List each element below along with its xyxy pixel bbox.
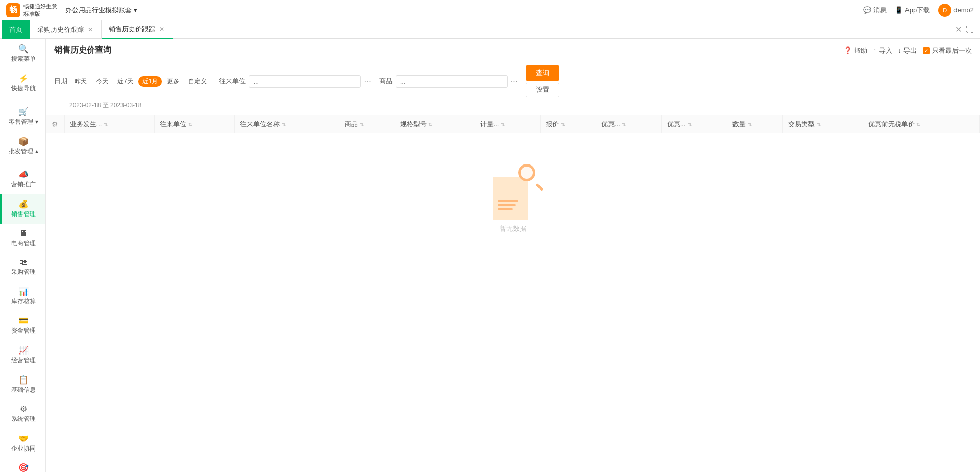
th-product[interactable]: 商品 ⇅	[339, 115, 395, 133]
empty-state: 暂无数据	[46, 133, 980, 264]
close-sales-tab[interactable]: ✕	[158, 25, 165, 34]
partner-select-icon[interactable]: ···	[364, 77, 371, 86]
logo-area: 畅 畅捷通好生意 标准版	[6, 3, 57, 17]
page-actions: ❓ 帮助 ↑ 导入 ↓ 导出 只看最后一次	[844, 46, 972, 55]
tab-sales[interactable]: 销售历史价跟踪 ✕	[102, 20, 173, 39]
avatar: D	[938, 4, 951, 17]
home-label: 首页	[9, 25, 22, 34]
sidebar-item-operation[interactable]: 📈 经营管理	[0, 340, 45, 370]
close-window-btn[interactable]: ✕	[955, 25, 962, 34]
date-opt-today[interactable]: 今天	[92, 76, 112, 87]
guide-icon: 🎯	[18, 463, 29, 472]
only-last-checkbox[interactable]: 只看最后一次	[923, 46, 972, 55]
app-download-btn[interactable]: 📱 App下载	[895, 6, 930, 15]
retail-icon: 🛒	[18, 107, 29, 116]
enterprise-icon: 🤝	[18, 434, 29, 443]
workspace-selector[interactable]: 办公用品行业模拟账套 ▾	[61, 4, 141, 17]
sidebar-item-quick[interactable]: ⚡ 快捷导航	[0, 68, 45, 98]
filter-row-1: 日期 昨天 今天 近7天 近1月 更多 自定义 往来单位 ··	[54, 65, 972, 97]
page-container: 销售历史价查询 ❓ 帮助 ↑ 导入 ↓ 导出	[46, 39, 980, 472]
th-trade-type[interactable]: 交易类型 ⇅	[783, 115, 863, 133]
sort-discount1-icon: ⇅	[622, 122, 626, 127]
search-icon: 🔍	[18, 44, 29, 54]
logo-icon: 畅	[6, 3, 20, 17]
purchase-icon: 🛍	[19, 257, 28, 267]
import-btn[interactable]: ↑ 导入	[873, 46, 892, 55]
th-discount2[interactable]: 优惠... ⇅	[662, 115, 727, 133]
sort-discount2-icon: ⇅	[688, 122, 692, 127]
user-area[interactable]: D demo2	[938, 4, 974, 17]
sidebar-item-basic[interactable]: 📋 基础信息	[0, 370, 45, 399]
table-settings-icon[interactable]: ⚙	[52, 120, 58, 128]
sidebar-item-marketing[interactable]: 📣 营销推广	[0, 164, 45, 194]
operation-icon: 📈	[18, 345, 29, 355]
sales-tab-label: 销售历史价跟踪	[109, 25, 155, 34]
close-purchase-tab[interactable]: ✕	[87, 25, 94, 34]
ecom-icon: 🖥	[19, 229, 28, 238]
date-opt-custom[interactable]: 自定义	[184, 76, 211, 87]
purchase-tab-label: 采购历史价跟踪	[37, 25, 84, 34]
marketing-icon: 📣	[18, 170, 29, 179]
page-header: 销售历史价查询 ❓ 帮助 ↑ 导入 ↓ 导出	[46, 39, 980, 60]
th-unit[interactable]: 计量... ⇅	[475, 115, 541, 133]
sidebar-item-retail[interactable]: 🛒 零售管理 ▾	[0, 102, 45, 131]
date-opt-more[interactable]: 更多	[163, 76, 183, 87]
help-btn[interactable]: ❓ 帮助	[844, 46, 867, 55]
sidebar-item-purchase[interactable]: 🛍 采购管理	[0, 252, 45, 281]
th-discount1[interactable]: 优惠... ⇅	[596, 115, 662, 133]
th-qty[interactable]: 数量 ⇅	[727, 115, 783, 133]
sidebar-item-sales-mgmt[interactable]: 💰 销售管理	[0, 194, 45, 224]
table-header-row: ⚙ 业务发生... ⇅ 往来单位 ⇅ 往来单位名称	[46, 115, 980, 133]
sort-partner-name-icon: ⇅	[282, 122, 286, 127]
export-btn[interactable]: ↓ 导出	[898, 46, 917, 55]
tabbar: 首页 采购历史价跟踪 ✕ 销售历史价跟踪 ✕ ✕ ⛶	[0, 20, 980, 39]
empty-text: 暂无数据	[500, 224, 526, 233]
sidebar-item-guide[interactable]: 🎯 新手引导	[0, 458, 45, 472]
topbar: 畅 畅捷通好生意 标准版 办公用品行业模拟账套 ▾ 💬 消息 📱 App下载 D…	[0, 0, 980, 20]
maximize-window-btn[interactable]: ⛶	[966, 25, 974, 34]
date-opt-last7[interactable]: 近7天	[113, 76, 137, 87]
th-partner-name[interactable]: 往来单位名称 ⇅	[235, 115, 339, 133]
date-options: 昨天 今天 近7天 近1月 更多 自定义	[70, 76, 211, 87]
th-spec[interactable]: 规格型号 ⇅	[395, 115, 475, 133]
content-area: 销售历史价查询 ❓ 帮助 ↑ 导入 ↓ 导出	[46, 39, 980, 472]
system-icon: ⚙	[20, 404, 27, 414]
message-icon: 💬	[863, 6, 871, 14]
sort-spec-icon: ⇅	[428, 122, 432, 127]
date-opt-yesterday[interactable]: 昨天	[70, 76, 91, 87]
message-btn[interactable]: 💬 消息	[863, 6, 887, 15]
th-partner-code[interactable]: 往来单位 ⇅	[155, 115, 235, 133]
sidebar-item-finance[interactable]: 💳 资金管理	[0, 311, 45, 340]
th-quote[interactable]: 报价 ⇅	[541, 115, 596, 133]
th-settings: ⚙	[46, 115, 64, 133]
doc-line-2	[498, 204, 516, 206]
wholesale-icon: 📦	[18, 136, 29, 146]
tab-purchase[interactable]: 采购历史价跟踪 ✕	[30, 20, 102, 39]
sidebar-item-search[interactable]: 🔍 搜索菜单	[0, 39, 45, 68]
settings-button[interactable]: 设置	[526, 83, 559, 97]
product-input[interactable]	[396, 75, 508, 88]
page-title: 销售历史价查询	[54, 45, 111, 56]
tab-home[interactable]: 首页	[2, 20, 30, 39]
magnifier-circle	[518, 164, 535, 181]
finance-icon: 💳	[18, 316, 29, 325]
partner-filter: 往来单位 ···	[219, 75, 371, 88]
th-biz-date[interactable]: 业务发生... ⇅	[64, 115, 155, 133]
date-opt-last1m[interactable]: 近1月	[138, 76, 162, 87]
main-layout: 🔍 搜索菜单 ⚡ 快捷导航 🛒 零售管理 ▾ 📦 批发管理 ▴ 📣 营销推广 💰…	[0, 39, 980, 472]
checkbox-icon	[923, 47, 930, 54]
partner-input[interactable]	[249, 75, 361, 88]
sidebar-item-system[interactable]: ⚙ 系统管理	[0, 399, 45, 429]
sidebar-item-ecom[interactable]: 🖥 电商管理	[0, 224, 45, 253]
sidebar-item-enterprise[interactable]: 🤝 企业协同	[0, 429, 45, 458]
sidebar-item-inventory[interactable]: 📊 库存核算	[0, 281, 45, 311]
query-button[interactable]: 查询	[526, 65, 559, 81]
sort-unit-icon: ⇅	[501, 122, 505, 127]
product-filter: 商品 ···	[379, 75, 518, 88]
sidebar-item-wholesale[interactable]: 📦 批发管理 ▴	[0, 131, 45, 161]
th-pretax-price[interactable]: 优惠前无税单价 ⇅	[863, 115, 979, 133]
sort-biz-date-icon: ⇅	[104, 122, 108, 127]
basic-icon: 📋	[18, 375, 29, 385]
product-select-icon[interactable]: ···	[511, 77, 518, 86]
sidebar: 🔍 搜索菜单 ⚡ 快捷导航 🛒 零售管理 ▾ 📦 批发管理 ▴ 📣 营销推广 💰…	[0, 39, 46, 472]
